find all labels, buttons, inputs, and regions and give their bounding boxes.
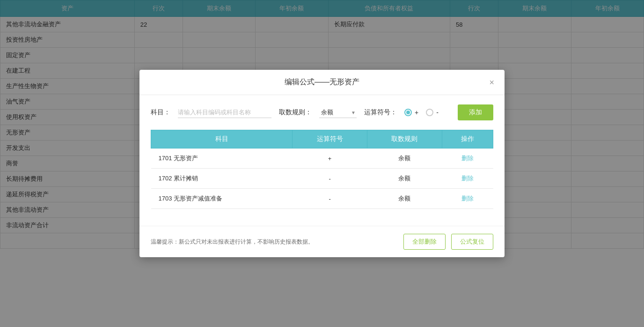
delete-all-button[interactable]: 全部删除 bbox=[403, 234, 446, 250]
delete-row-button[interactable]: 删除 bbox=[461, 154, 474, 163]
formula-subject: 1701 无形资产 bbox=[151, 149, 293, 169]
formula-table: 科目 运算符号 取数规则 操作 1701 无形资产+余额删除1702 累计摊销-… bbox=[151, 130, 493, 209]
modal-title: 编辑公式——无形资产 bbox=[285, 77, 359, 87]
modal-overlay: 编辑公式——无形资产 × 科目： 取数规则： 余额 借方 贷方 借方发生额 贷方… bbox=[0, 0, 644, 327]
radio-minus-item[interactable]: - bbox=[426, 109, 439, 116]
formula-operator: + bbox=[293, 149, 367, 169]
formula-subject: 1702 累计摊销 bbox=[151, 169, 293, 189]
rule-select-wrap: 余额 借方 贷方 借方发生额 贷方发生额 ▼ bbox=[319, 107, 357, 118]
modal-dialog: 编辑公式——无形资产 × 科目： 取数规则： 余额 借方 贷方 借方发生额 贷方… bbox=[139, 70, 505, 257]
radio-minus-label: - bbox=[436, 109, 439, 116]
subject-label: 科目： bbox=[151, 108, 170, 117]
formula-action: 删除 bbox=[442, 149, 493, 169]
rule-label: 取数规则： bbox=[279, 108, 312, 117]
operator-label: 运算符号： bbox=[364, 108, 397, 117]
reset-button[interactable]: 公式复位 bbox=[451, 234, 493, 250]
delete-row-button[interactable]: 删除 bbox=[461, 194, 474, 203]
formula-action: 删除 bbox=[442, 169, 493, 189]
formula-rule: 余额 bbox=[367, 149, 442, 169]
rule-select[interactable]: 余额 借方 贷方 借方发生额 贷方发生额 bbox=[319, 107, 357, 118]
modal-close-button[interactable]: × bbox=[486, 76, 497, 89]
modal-header: 编辑公式——无形资产 × bbox=[139, 70, 505, 95]
footer-buttons: 全部删除 公式复位 bbox=[403, 234, 493, 250]
col-subject: 科目 bbox=[151, 130, 293, 149]
footer-tip: 温馨提示：新公式只对未出报表进行计算，不影响历史报表数据。 bbox=[151, 238, 314, 246]
formula-form-row: 科目： 取数规则： 余额 借方 贷方 借方发生额 贷方发生额 ▼ 运算符号： bbox=[151, 104, 493, 120]
col-operator: 运算符号 bbox=[293, 130, 367, 149]
subject-input[interactable] bbox=[178, 107, 271, 118]
formula-row: 1702 累计摊销-余额删除 bbox=[151, 169, 493, 189]
formula-operator: - bbox=[293, 169, 367, 189]
delete-row-button[interactable]: 删除 bbox=[461, 174, 474, 183]
formula-row: 1703 无形资产减值准备-余额删除 bbox=[151, 189, 493, 209]
col-rule: 取数规则 bbox=[367, 130, 442, 149]
formula-rule: 余额 bbox=[367, 189, 442, 209]
operator-radio-group: + - bbox=[404, 109, 439, 116]
radio-minus-circle bbox=[426, 109, 433, 116]
formula-subject: 1703 无形资产减值准备 bbox=[151, 189, 293, 209]
col-action: 操作 bbox=[442, 130, 493, 149]
modal-footer: 温馨提示：新公式只对未出报表进行计算，不影响历史报表数据。 全部删除 公式复位 bbox=[139, 226, 505, 257]
formula-row: 1701 无形资产+余额删除 bbox=[151, 149, 493, 169]
formula-action: 删除 bbox=[442, 189, 493, 209]
modal-body: 科目： 取数规则： 余额 借方 贷方 借方发生额 贷方发生额 ▼ 运算符号： bbox=[139, 95, 505, 226]
add-button[interactable]: 添加 bbox=[458, 104, 493, 120]
formula-rule: 余额 bbox=[367, 169, 442, 189]
radio-plus-label: + bbox=[415, 109, 418, 116]
radio-plus-circle bbox=[404, 109, 412, 116]
radio-plus-item[interactable]: + bbox=[404, 109, 418, 116]
formula-operator: - bbox=[293, 189, 367, 209]
